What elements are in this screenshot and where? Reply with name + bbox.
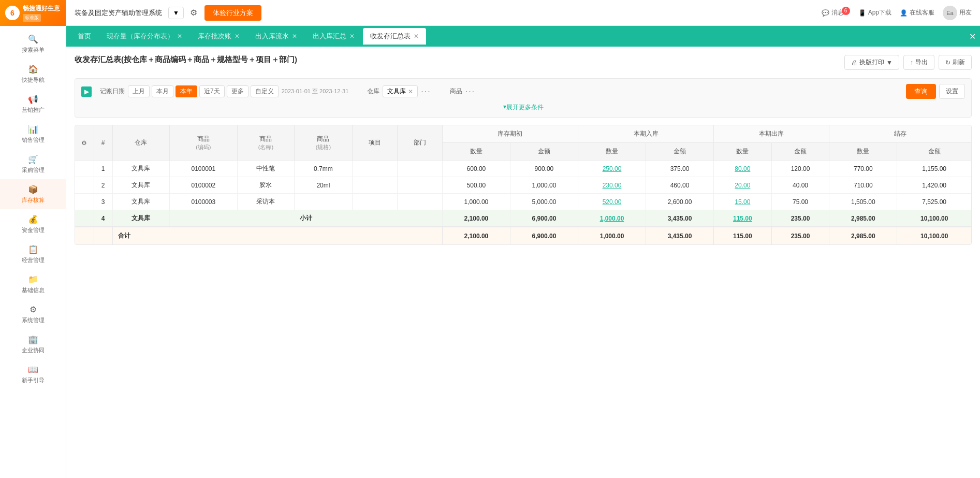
th-out-amt: 金额 (771, 143, 829, 161)
out-qty-link[interactable]: 20.00 (735, 182, 750, 189)
td-sub-open-amt: 6,900.00 (510, 210, 578, 227)
total-out-amt: 235.00 (771, 227, 829, 244)
td-goods-code: 0100002 (169, 177, 237, 194)
td-in-qty[interactable]: 250.00 (578, 161, 646, 177)
th-goods-spec: 商品(规格) (295, 125, 353, 161)
date-btn-自定义[interactable]: 自定义 (251, 85, 279, 97)
sidebar-item-basic[interactable]: 📁 基础信息 (0, 269, 66, 299)
tab-close-batch[interactable]: ✕ (235, 33, 240, 39)
logo-tag: 标准版 (23, 14, 41, 22)
td-in-qty[interactable]: 520.00 (578, 194, 646, 210)
warehouse-remove[interactable]: ✕ (408, 88, 413, 95)
th-goods-name: 商品(名称) (237, 125, 294, 161)
sidebar-item-finance[interactable]: 💰 资金管理 (0, 209, 66, 239)
tab-close-inout-summary[interactable]: ✕ (349, 33, 355, 39)
date-buttons: 上月本月本年近7天更多自定义 (128, 85, 279, 97)
tab-recv-send[interactable]: 收发存汇总表✕ (363, 28, 426, 45)
td-sub-in-qty[interactable]: 1,000.00 (578, 210, 646, 227)
sidebar-item-label-sales: 销售管理 (22, 136, 45, 144)
main-panel: 装备及固定资产辅助管理系统 ▼ ⚙ 体验行业方案 💬 App下载 消息 6 📱 … (66, 0, 980, 478)
in-qty-link[interactable]: 250.00 (603, 165, 622, 172)
total-bal-amt: 10,100.00 (897, 227, 971, 244)
goods-filter: 商品 ··· (450, 87, 475, 96)
sidebar-item-sales[interactable]: 📊 销售管理 (0, 119, 66, 149)
td-sub-out-qty[interactable]: 115.00 (714, 210, 772, 227)
sub-in-qty-link[interactable]: 1,000.00 (600, 215, 624, 222)
close-all-tabs[interactable]: ✕ (969, 32, 976, 41)
warehouse-filter: 仓库 文具库 ✕ ··· (367, 85, 431, 97)
refresh-btn[interactable]: ↻ 刷新 (939, 55, 972, 70)
out-qty-link[interactable]: 80.00 (735, 165, 750, 172)
gear-icon[interactable]: ⚙ (190, 8, 198, 18)
tab-home[interactable]: 首页 (70, 28, 98, 45)
filter-toggle[interactable]: ▶ (81, 86, 92, 97)
td-sub-open-qty: 2,100.00 (442, 210, 510, 227)
out-qty-link[interactable]: 15.00 (735, 198, 750, 206)
date-btn-近7天[interactable]: 近7天 (199, 85, 225, 97)
app-download-item[interactable]: 📱 App下载 (858, 8, 891, 17)
guide-icon: 📖 (28, 365, 38, 374)
topbar-actions: 💬 App下载 消息 6 📱 App下载 👤 在线客服 Ea 用友 (822, 6, 972, 20)
th-bal-qty: 数量 (829, 143, 897, 161)
goods-label: 商品 (450, 87, 462, 96)
expand-filter-btn[interactable]: ▾ 展开更多条件 (81, 103, 965, 112)
sidebar-item-enterprise[interactable]: 🏢 企业协同 (0, 329, 66, 359)
operations-icon: 📋 (28, 244, 38, 254)
goods-more[interactable]: ··· (465, 87, 475, 96)
tab-close-recv-send[interactable]: ✕ (414, 33, 419, 39)
sidebar-item-guide[interactable]: 📖 新手引导 (0, 359, 66, 389)
th-settings[interactable]: ⚙ (75, 125, 94, 161)
sidebar-item-marketing[interactable]: 📢 营销推广 (0, 89, 66, 119)
sidebar-item-inventory[interactable]: 📦 库存核算 (0, 179, 66, 209)
td-no: 2 (94, 177, 112, 194)
tab-close-stock-dist[interactable]: ✕ (177, 33, 182, 39)
td-settings[interactable] (75, 194, 94, 210)
settings-btn[interactable]: 设置 (939, 84, 965, 99)
td-settings[interactable] (75, 161, 94, 177)
td-in-qty[interactable]: 230.00 (578, 177, 646, 194)
sidebar-item-quick-nav[interactable]: 🏠 快捷导航 (0, 59, 66, 89)
th-no: # (94, 125, 112, 161)
sidebar-item-operations[interactable]: 📋 经营管理 (0, 239, 66, 269)
sub-out-qty-link[interactable]: 115.00 (733, 215, 752, 222)
sidebar-item-system[interactable]: ⚙ 系统管理 (0, 299, 66, 329)
tab-batch[interactable]: 库存批次账✕ (191, 28, 247, 45)
td-settings (75, 210, 94, 227)
sidebar-item-purchase[interactable]: 🛒 采购管理 (0, 149, 66, 179)
query-btn[interactable]: 查询 (906, 84, 936, 99)
td-in-amt: 2,600.00 (646, 194, 714, 210)
export-btn[interactable]: ↑ 导出 (903, 55, 934, 70)
online-service-item[interactable]: 👤 在线客服 (900, 8, 934, 17)
date-btn-上月[interactable]: 上月 (128, 85, 150, 97)
tab-stock-dist[interactable]: 现存量（库存分布表）✕ (99, 28, 189, 45)
tab-label-recv-send: 收发存汇总表 (370, 32, 411, 41)
system-dropdown[interactable]: ▼ (168, 7, 184, 19)
in-qty-link[interactable]: 520.00 (603, 198, 622, 206)
td-out-qty[interactable]: 80.00 (714, 161, 772, 177)
warehouse-tag[interactable]: 文具库 ✕ (383, 85, 418, 97)
td-dept (397, 177, 442, 194)
tab-close-inout-flow[interactable]: ✕ (292, 33, 297, 39)
experience-btn[interactable]: 体验行业方案 (204, 5, 261, 21)
td-out-qty[interactable]: 20.00 (714, 177, 772, 194)
tab-label-home: 首页 (78, 32, 91, 41)
notification-item[interactable]: 💬 App下载 消息 6 (822, 8, 850, 17)
table-row: 2 文具库 0100002 胶水 20ml 500.00 1,000.00 23… (75, 177, 971, 194)
sidebar-item-search[interactable]: 🔍 搜索菜单 (0, 29, 66, 59)
user-item[interactable]: Ea 用友 (943, 6, 972, 20)
td-open-amt: 5,000.00 (510, 194, 578, 210)
tab-label-batch: 库存批次账 (198, 32, 231, 41)
sidebar-item-label-inventory: 库存核算 (22, 196, 45, 204)
in-qty-link[interactable]: 230.00 (603, 182, 622, 189)
td-settings[interactable] (75, 177, 94, 194)
td-out-qty[interactable]: 15.00 (714, 194, 772, 210)
td-goods-spec (295, 194, 353, 210)
warehouse-more[interactable]: ··· (421, 87, 431, 96)
print-btn[interactable]: 🖨 换版打印 ▼ (844, 55, 899, 70)
date-btn-本月[interactable]: 本月 (152, 85, 173, 97)
date-btn-本年[interactable]: 本年 (175, 85, 197, 97)
search-icon: 🔍 (28, 34, 38, 44)
date-btn-更多[interactable]: 更多 (227, 85, 248, 97)
tab-inout-summary[interactable]: 出入库汇总✕ (305, 28, 362, 45)
tab-inout-flow[interactable]: 出入库流水✕ (248, 28, 304, 45)
